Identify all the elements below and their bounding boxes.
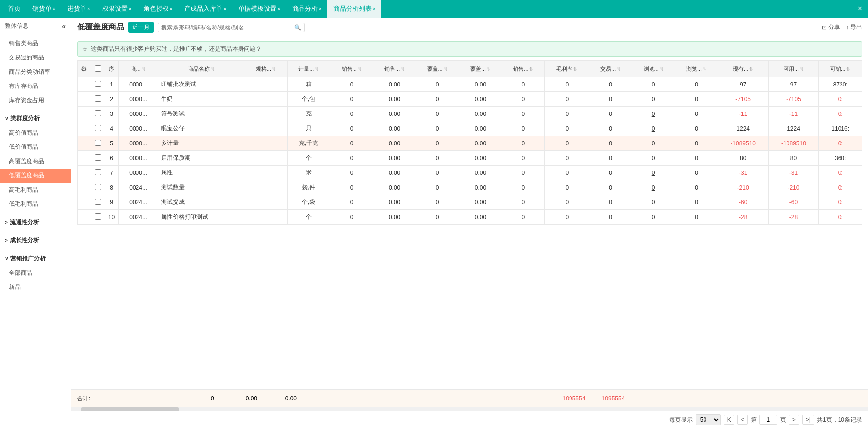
row-view1-5[interactable]: 0 xyxy=(632,151,675,166)
nav-sales-order[interactable]: 销货单 × xyxy=(27,0,61,18)
sidebar-item-all-products[interactable]: 全部商品 xyxy=(0,266,71,280)
col-sales-qty[interactable]: 销售...⇅ xyxy=(330,61,373,77)
row-checkbox-8[interactable] xyxy=(95,199,101,205)
nav-permission[interactable]: 权限设置 × xyxy=(96,0,137,18)
row-view1-0[interactable]: 0 xyxy=(632,77,675,92)
prev-page-button[interactable]: < xyxy=(737,415,748,425)
nav-close-permission[interactable]: × xyxy=(129,6,132,12)
nav-close-purchase-order[interactable]: × xyxy=(87,6,90,12)
sidebar-item-in-stock[interactable]: 有库存商品 xyxy=(0,79,71,93)
sidebar-item-low-profit[interactable]: 低毛利商品 xyxy=(0,197,71,211)
col-saleable[interactable]: 可销...⇅ xyxy=(819,61,862,77)
sidebar-item-low-value[interactable]: 低价值商品 xyxy=(0,140,71,154)
sidebar-item-high-profit[interactable]: 高毛利商品 xyxy=(0,183,71,197)
row-view1-3[interactable]: 0 xyxy=(632,121,675,136)
col-cover2[interactable]: 覆盖...⇅ xyxy=(459,61,502,77)
col-available[interactable]: 可用...⇅ xyxy=(768,61,819,77)
row-checkbox-4[interactable] xyxy=(95,140,101,146)
sidebar-item-stock-capital[interactable]: 库存资金占用 xyxy=(0,93,71,108)
sidebar-group5-title[interactable]: ∨ 营销推广分析 xyxy=(0,252,71,266)
first-page-button[interactable]: K xyxy=(724,415,734,425)
share-button[interactable]: ⊡ 分享 xyxy=(822,23,840,31)
col-view1[interactable]: 浏览...⇅ xyxy=(632,61,675,77)
row-view1-8[interactable]: 0 xyxy=(632,195,675,210)
row-checkbox-0[interactable] xyxy=(95,81,101,87)
row-checkbox-2[interactable] xyxy=(95,110,101,116)
sidebar-item-category-sales-rate[interactable]: 商品分类动销率 xyxy=(0,65,71,79)
nav-home[interactable]: 首页 xyxy=(2,0,27,18)
search-input[interactable] xyxy=(161,24,294,31)
row-checkbox-7[interactable] xyxy=(95,184,101,190)
col-code[interactable]: 商...⇅ xyxy=(119,61,158,77)
col-current[interactable]: 现有...⇅ xyxy=(718,61,768,77)
row-check-6 xyxy=(91,166,105,180)
data-table-wrapper: ⚙ 序 商...⇅ 商品名称⇅ 规格...⇅ 计量...⇅ 销售...⇅ 销售.… xyxy=(71,60,868,389)
col-gross[interactable]: 毛利率⇅ xyxy=(545,61,589,77)
col-view2[interactable]: 浏览...⇅ xyxy=(675,61,718,77)
col-sales3[interactable]: 销售...⇅ xyxy=(502,61,544,77)
search-icon[interactable]: 🔍 xyxy=(294,24,301,31)
export-button[interactable]: ↑ 导出 xyxy=(846,23,862,31)
row-checkbox-9[interactable] xyxy=(95,213,101,220)
nav-close-analysis[interactable]: × xyxy=(319,6,322,12)
sidebar-item-traded-products[interactable]: 交易过的商品 xyxy=(0,51,71,65)
row-view1-4[interactable]: 0 xyxy=(632,136,675,151)
last-page-button[interactable]: >| xyxy=(802,415,814,425)
filter-recent-month-button[interactable]: 近一月 xyxy=(128,22,154,33)
row-index-2: 3 xyxy=(105,107,119,121)
row-checkbox-6[interactable] xyxy=(95,169,101,175)
col-sales-amt[interactable]: 销售...⇅ xyxy=(373,61,416,77)
sidebar-item-high-value[interactable]: 高价值商品 xyxy=(0,126,71,140)
page-size-select[interactable]: 10 20 50 100 xyxy=(696,414,721,425)
col-spec[interactable]: 规格...⇅ xyxy=(244,61,287,77)
nav-finished-goods[interactable]: 产成品入库单 × xyxy=(178,0,232,18)
nav-product-analysis[interactable]: 商品分析 × xyxy=(286,0,327,18)
sidebar-collapse-icon[interactable]: « xyxy=(62,22,66,30)
table-row: 4 0000... 眠宝公仔 只 0 0.00 0 0.00 0 0 0 0 0… xyxy=(78,121,862,136)
nav-purchase-order[interactable]: 进货单 × xyxy=(61,0,96,18)
content-area: 低覆盖度商品 近一月 🔍 ⊡ 分享 ↑ 导出 ☆ 这类商品只有很少客户购买过，是… xyxy=(71,18,868,428)
row-view1-6[interactable]: 0 xyxy=(632,166,675,180)
nav-close-finished-goods[interactable]: × xyxy=(223,6,226,12)
nav-role-auth[interactable]: 角色授权 × xyxy=(137,0,179,18)
row-view1-2[interactable]: 0 xyxy=(632,107,675,121)
row-view1-9[interactable]: 0 xyxy=(632,210,675,225)
nav-close-role-auth[interactable]: × xyxy=(170,6,173,12)
sidebar-group2-title[interactable]: ∨ 类群度分析 xyxy=(0,112,71,126)
nav-close-sales-order[interactable]: × xyxy=(53,6,55,12)
nav-close-template[interactable]: × xyxy=(277,6,280,12)
col-unit[interactable]: 计量...⇅ xyxy=(287,61,330,77)
row-view1-7[interactable]: 0 xyxy=(632,180,675,195)
row-checkbox-5[interactable] xyxy=(95,154,101,161)
page-number-input[interactable] xyxy=(760,415,777,425)
table-row: 5 0000... 多计量 克,千克 0 0.00 0 0.00 0 0 0 0… xyxy=(78,136,862,151)
col-trade[interactable]: 交易...⇅ xyxy=(589,61,632,77)
global-close-button[interactable]: × xyxy=(854,4,866,13)
horizontal-scrollbar[interactable] xyxy=(71,407,868,411)
row-sales-qty-4: 0 xyxy=(330,136,373,151)
col-cover1[interactable]: 覆盖...⇅ xyxy=(416,61,459,77)
nav-close-analysis-list[interactable]: × xyxy=(373,6,376,12)
nav-analysis-list[interactable]: 商品分析列表 × xyxy=(327,0,381,18)
row-view1-1[interactable]: 0 xyxy=(632,92,675,107)
next-page-button[interactable]: > xyxy=(789,415,799,425)
col-name[interactable]: 商品名称⇅ xyxy=(158,61,244,77)
row-checkbox-3[interactable] xyxy=(95,125,101,131)
sidebar-item-low-coverage[interactable]: 低覆盖度商品 xyxy=(0,169,71,183)
sidebar-item-new-products[interactable]: 新品 xyxy=(0,280,71,294)
row-checkbox-1[interactable] xyxy=(95,95,101,102)
gear-icon[interactable]: ⚙ xyxy=(81,65,87,73)
select-all-checkbox[interactable] xyxy=(95,65,101,72)
sidebar-item-high-coverage[interactable]: 高覆盖度商品 xyxy=(0,154,71,169)
sidebar-group4-title[interactable]: > 成长性分析 xyxy=(0,233,71,248)
nav-template-settings[interactable]: 单据模板设置 × xyxy=(232,0,286,18)
col-settings[interactable]: ⚙ xyxy=(78,61,91,77)
sidebar-group3-title[interactable]: > 流通性分析 xyxy=(0,215,71,229)
sidebar-header[interactable]: 整体信息 « xyxy=(0,18,71,34)
row-gross-4: 0 xyxy=(545,136,589,151)
row-current-6: -31 xyxy=(718,166,768,180)
row-cover2-7: 0.00 xyxy=(459,180,502,195)
sidebar-item-sales-products[interactable]: 销售类商品 xyxy=(0,36,71,51)
row-sales3-0: 0 xyxy=(502,77,544,92)
row-code-3: 0000... xyxy=(119,121,158,136)
